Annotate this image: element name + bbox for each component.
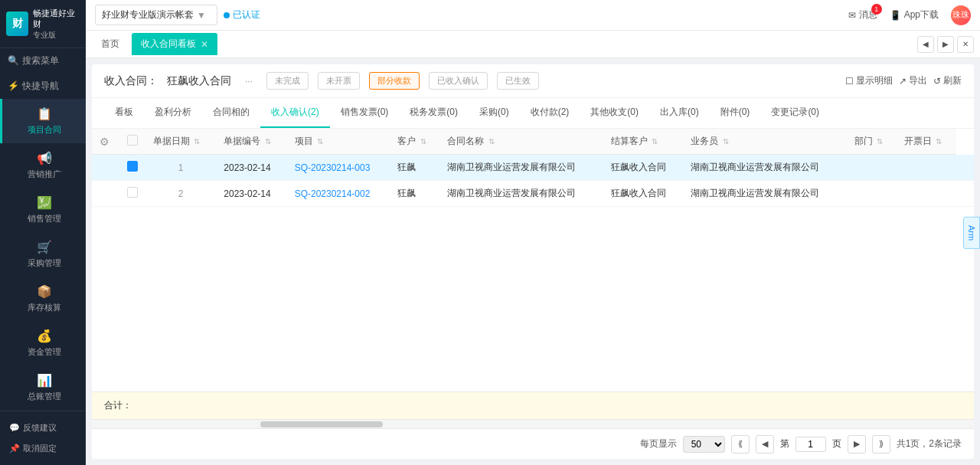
th-settle-customer[interactable]: 结算客户 ⇅ (603, 129, 683, 155)
tab-contract-board[interactable]: 收入合同看板 ✕ (132, 33, 217, 55)
row-number-1[interactable]: SQ-20230214-002 (287, 181, 390, 207)
logo-icon: 财 (6, 11, 28, 36)
sub-tabs: 看板 盈利分析 合同相的 收入确认(2) 销售发票(0) 税务发票(0) 采购(… (92, 98, 974, 129)
app-download-button[interactable]: 📱 App下载 (890, 8, 939, 21)
refresh-icon: ↺ (933, 76, 941, 87)
avatar: 珠珠 (951, 5, 971, 25)
horizontal-scrollbar[interactable] (92, 419, 974, 428)
message-button[interactable]: ✉ 1 消息 (848, 8, 877, 21)
prev-page-button[interactable]: ◀ (756, 435, 774, 454)
tab-other-income[interactable]: 其他收支(0) (580, 98, 649, 128)
tab-nav: ◀ ▶ ✕ (917, 36, 974, 53)
next-page-button[interactable]: ▶ (848, 435, 866, 454)
sidebar-item-inventory[interactable]: 📦 库存核算 (0, 277, 86, 321)
th-invoice-date[interactable]: 开票日 ⇅ (897, 129, 957, 155)
row-project-1: 狂飙 (390, 181, 439, 207)
th-contract[interactable]: 合同名称 ⇅ (439, 129, 603, 155)
tab-contract-related[interactable]: 合同相的 (202, 98, 260, 128)
tab-revenue-confirm[interactable]: 收入确认(2) (260, 98, 330, 128)
export-icon: ↗ (899, 76, 906, 87)
search-menu[interactable]: 🔍 搜索菜单 (0, 48, 86, 74)
tab-close-all-button[interactable]: ✕ (957, 36, 974, 53)
tab-profit[interactable]: 盈利分析 (144, 98, 202, 128)
pagination: 每页显示 50 20 100 ⟪ ◀ 第 页 ▶ ⟫ 共1页，2条记录 (92, 428, 974, 459)
settings-icon[interactable]: ⚙ (100, 136, 109, 148)
row-number-0[interactable]: SQ-20230214-003 (287, 155, 390, 181)
row-settle-1: 湖南卫视商业运营发展有限公司 (683, 181, 846, 207)
tab-board[interactable]: 看板 (104, 98, 144, 128)
tab-home[interactable]: 首页 (92, 33, 129, 55)
first-page-button[interactable]: ⟪ (731, 435, 750, 454)
arm-panel-button[interactable]: Arm (963, 216, 980, 248)
tab-prev-button[interactable]: ◀ (917, 36, 934, 53)
th-check (119, 129, 145, 155)
th-project[interactable]: 项目 ⇅ (287, 129, 390, 155)
row-check-1[interactable] (119, 181, 145, 207)
row-check-0[interactable] (119, 155, 145, 181)
sort-customer-icon: ⇅ (420, 137, 426, 146)
th-date[interactable]: 单据日期 ⇅ (145, 129, 216, 155)
row-num-0: 1 (145, 155, 216, 181)
content-area: 收入合同： 狂飙收入合同 ··· 未完成 未开票 部分收款 已收入确认 已生效 … (92, 64, 974, 459)
export-button[interactable]: ↗ 导出 (899, 74, 927, 87)
th-salesman[interactable]: 业务员 ⇅ (683, 129, 846, 155)
per-page-select[interactable]: 50 20 100 (683, 436, 725, 453)
tab-purchase[interactable]: 采购(0) (469, 98, 520, 128)
show-detail-toggle[interactable]: ☐ 显示明细 (845, 74, 893, 87)
refresh-button[interactable]: ↺ 刷新 (933, 74, 962, 87)
status-confirmed[interactable]: 已收入确认 (429, 72, 488, 90)
tab-attachment[interactable]: 附件(0) (710, 98, 761, 128)
unpin-button[interactable]: 📌 取消固定 (6, 438, 80, 459)
feedback-button[interactable]: 💬 反馈建议 (6, 418, 80, 438)
sidebar-item-project-contract[interactable]: 📋 项目合同 (0, 99, 86, 143)
sidebar-item-funds[interactable]: 💰 资金管理 (0, 321, 86, 365)
row-salesman-1 (847, 181, 897, 207)
table-row: 1 2023-02-14 SQ-20230214-003 狂飙 湖南卫视商业运营… (92, 155, 974, 181)
right-action-panel: Arm (963, 216, 980, 248)
contract-more-button[interactable]: ··· (240, 74, 257, 88)
sidebar-menu: 📋 项目合同 📢 营销推广 💹 销售管理 🛒 采购管理 📦 库存核算 💰 资金管… (0, 99, 86, 411)
tab-tax-invoice[interactable]: 税务发票(0) (399, 98, 469, 128)
sidebar: 财 畅捷通好业财 专业版 🔍 搜索菜单 ⚡ 快捷导航 📋 项目合同 📢 营销推广… (0, 0, 86, 465)
tab-close-icon[interactable]: ✕ (201, 39, 208, 50)
grid-icon: ⚡ (8, 80, 19, 91)
user-menu[interactable]: 珠珠 (951, 5, 971, 25)
tab-change-log[interactable]: 变更记录(0) (760, 98, 830, 128)
row-setting-1 (92, 181, 119, 207)
company-selector[interactable]: 好业财专业版演示帐套 ▼ (95, 5, 217, 25)
status-partial[interactable]: 部分收款 (369, 72, 420, 90)
quick-nav-button[interactable]: ⚡ 快捷导航 (0, 74, 86, 99)
sidebar-item-ledger[interactable]: 📊 总账管理 (0, 365, 86, 410)
sidebar-item-purchase[interactable]: 🛒 采购管理 (0, 232, 86, 277)
tab-payment[interactable]: 收付款(2) (520, 98, 580, 128)
th-customer[interactable]: 客户 ⇅ (390, 129, 439, 155)
row-date-0: 2023-02-14 (216, 155, 286, 181)
sidebar-item-sales[interactable]: 💹 销售管理 (0, 188, 86, 232)
status-active[interactable]: 已生效 (497, 72, 539, 90)
status-incomplete[interactable]: 未完成 (266, 72, 309, 90)
topbar: 好业财专业版演示帐套 ▼ 已认证 ✉ 1 消息 📱 App下载 珠珠 (86, 0, 980, 31)
scrollbar-thumb[interactable] (260, 421, 383, 427)
tab-sales-invoice[interactable]: 销售发票(0) (330, 98, 400, 128)
page-input[interactable] (795, 437, 826, 452)
message-icon: ✉ (848, 10, 856, 21)
row-num-1: 2 (145, 181, 216, 207)
sort-project-icon: ⇅ (317, 137, 323, 146)
tab-next-button[interactable]: ▶ (937, 36, 954, 53)
phone-icon: 📱 (890, 10, 901, 21)
table-row: 2 2023-02-14 SQ-20230214-002 狂飙 湖南卫视商业运营… (92, 181, 974, 207)
th-number[interactable]: 单据编号 ⇅ (216, 129, 286, 155)
sort-invoice-date-icon: ⇅ (936, 137, 942, 146)
sort-salesman-icon: ⇅ (723, 137, 729, 146)
status-noinvoice[interactable]: 未开票 (318, 72, 360, 90)
last-page-button[interactable]: ⟫ (872, 435, 890, 454)
sidebar-item-marketing[interactable]: 📢 营销推广 (0, 143, 86, 188)
search-icon: 🔍 (8, 55, 19, 66)
select-all-checkbox[interactable] (127, 135, 138, 146)
th-dept[interactable]: 部门 ⇅ (847, 129, 897, 155)
tab-inout-stock[interactable]: 出入库(0) (649, 98, 710, 128)
contract-actions: ☐ 显示明细 ↗ 导出 ↺ 刷新 (845, 74, 962, 87)
sort-date-icon: ⇅ (194, 137, 200, 146)
main-area: 好业财专业版演示帐套 ▼ 已认证 ✉ 1 消息 📱 App下载 珠珠 (86, 0, 980, 465)
inventory-icon: 📦 (37, 284, 52, 299)
